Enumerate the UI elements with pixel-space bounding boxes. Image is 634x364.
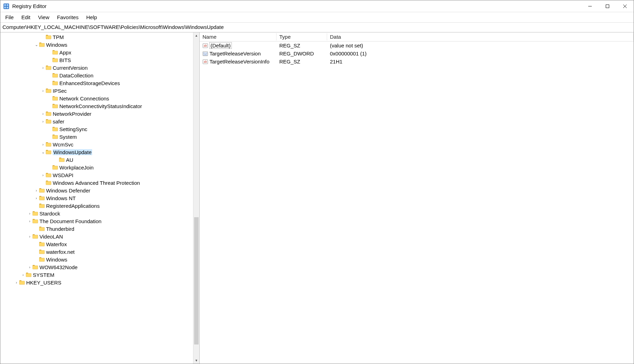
tree-item-label: AU <box>66 157 73 163</box>
tree-item-label: Windows NT <box>46 195 76 201</box>
menu-favorites[interactable]: Favorites <box>54 14 81 21</box>
tree-item[interactable]: ›WSDAPI <box>0 171 193 179</box>
tree-item-label: NetworkConnectivityStatusIndicator <box>59 103 142 109</box>
folder-icon <box>39 188 45 193</box>
tree-item-label: Waterfox <box>46 241 67 247</box>
tree-item[interactable]: Network Connections <box>0 94 193 102</box>
tree-viewport: TPM⌄WindowsAppxBITS›CurrentVersionDataCo… <box>0 32 193 364</box>
tree-item[interactable]: EnhancedStorageDevices <box>0 79 193 87</box>
tree-item[interactable]: AU <box>0 156 193 164</box>
chevron-right-icon[interactable]: › <box>40 173 46 177</box>
scroll-down-icon[interactable]: ▼ <box>193 357 199 364</box>
tree-item[interactable]: Windows Advanced Threat Protection <box>0 179 193 187</box>
tree-item[interactable]: ›Windows Defender <box>0 187 193 194</box>
tree-item-label: BITS <box>59 57 71 63</box>
close-button[interactable] <box>616 0 634 12</box>
tree-scrollbar[interactable]: ▲ ▼ <box>193 32 199 364</box>
tree-item-label: waterfox.net <box>46 249 75 255</box>
tree-item[interactable]: TPM <box>0 33 193 41</box>
svg-rect-38 <box>46 143 51 146</box>
chevron-right-icon[interactable]: › <box>40 112 46 116</box>
menu-edit[interactable]: Edit <box>19 14 33 21</box>
menu-help[interactable]: Help <box>83 14 100 21</box>
chevron-right-icon[interactable]: › <box>40 142 46 146</box>
tree-item[interactable]: ›CurrentVersion <box>0 64 193 71</box>
minimize-button[interactable] <box>581 0 599 12</box>
maximize-button[interactable] <box>599 0 616 12</box>
chevron-right-icon[interactable]: › <box>27 234 32 238</box>
tree-item[interactable]: WorkplaceJoin <box>0 164 193 171</box>
svg-rect-44 <box>53 166 58 169</box>
registry-tree[interactable]: TPM⌄WindowsAppxBITS›CurrentVersionDataCo… <box>0 32 193 286</box>
values-header[interactable]: Name Type Data <box>200 32 634 41</box>
chevron-right-icon[interactable]: › <box>40 89 46 93</box>
chevron-right-icon[interactable]: › <box>14 280 19 285</box>
value-data: 21H1 <box>327 58 634 65</box>
header-type[interactable]: Type <box>277 33 327 40</box>
tree-item[interactable]: ›The Document Foundation <box>0 217 193 225</box>
value-row[interactable]: 01101001TargetReleaseVersionREG_DWORD0x0… <box>200 50 634 58</box>
svg-text:ab: ab <box>204 44 207 47</box>
folder-icon <box>52 73 58 78</box>
scroll-thumb[interactable] <box>194 217 199 345</box>
chevron-right-icon[interactable]: › <box>40 66 46 70</box>
value-row[interactable]: ab(Default)REG_SZ(value not set) <box>200 41 634 50</box>
scroll-up-icon[interactable]: ▲ <box>193 32 199 39</box>
tree-item[interactable]: Waterfox <box>0 240 193 248</box>
string-value-icon: ab <box>202 59 208 65</box>
tree-item[interactable]: waterfox.net <box>0 248 193 256</box>
tree-item[interactable]: ›SYSTEM <box>0 271 193 279</box>
tree-item-label: The Document Foundation <box>39 218 102 224</box>
values-list[interactable]: ab(Default)REG_SZ(value not set)01101001… <box>200 41 634 364</box>
tree-item[interactable]: System <box>0 133 193 141</box>
tree-item[interactable]: DataCollection <box>0 71 193 79</box>
chevron-right-icon[interactable]: › <box>40 119 46 123</box>
tree-item[interactable]: ›VideoLAN <box>0 233 193 240</box>
header-name[interactable]: Name <box>200 33 277 40</box>
chevron-right-icon[interactable]: › <box>20 273 26 277</box>
tree-item[interactable]: ›Stardock <box>0 210 193 217</box>
folder-icon <box>46 150 51 154</box>
tree-item[interactable]: Windows <box>0 256 193 263</box>
tree-item[interactable]: Thunderbird <box>0 225 193 233</box>
tree-item[interactable]: ›safer <box>0 117 193 125</box>
scroll-track[interactable] <box>193 39 199 357</box>
regedit-icon <box>3 3 9 9</box>
chevron-right-icon[interactable]: › <box>27 211 32 215</box>
menu-file[interactable]: File <box>2 14 16 21</box>
tree-item[interactable]: ⌄Windows <box>0 41 193 48</box>
tree-item[interactable]: SettingSync <box>0 125 193 133</box>
chevron-right-icon[interactable]: › <box>27 265 32 269</box>
svg-rect-56 <box>33 212 38 215</box>
address-bar[interactable]: Computer\HKEY_LOCAL_MACHINE\SOFTWARE\Pol… <box>0 23 634 32</box>
folder-icon <box>32 234 38 239</box>
tree-item[interactable]: NetworkConnectivityStatusIndicator <box>0 102 193 110</box>
tree-item[interactable]: BITS <box>0 56 193 64</box>
tree-item-label: Network Connections <box>59 96 109 101</box>
header-data[interactable]: Data <box>327 33 634 40</box>
tree-item-label: Windows <box>46 42 67 48</box>
svg-text:1001: 1001 <box>203 54 207 56</box>
tree-item-label: Appx <box>59 50 71 55</box>
tree-item[interactable]: ›WcmSvc <box>0 141 193 148</box>
tree-item[interactable]: ›HKEY_USERS <box>0 279 193 286</box>
svg-rect-12 <box>39 43 45 47</box>
value-row[interactable]: abTargetReleaseVersionInfoREG_SZ21H1 <box>200 58 634 66</box>
chevron-right-icon[interactable]: › <box>34 196 39 200</box>
tree-item[interactable]: RegisteredApplications <box>0 202 193 210</box>
tree-item-label: System <box>59 134 77 140</box>
chevron-down-icon[interactable]: ⌄ <box>40 150 46 154</box>
chevron-right-icon[interactable]: › <box>34 188 39 192</box>
chevron-right-icon[interactable]: › <box>27 219 32 223</box>
menu-view[interactable]: View <box>35 14 52 21</box>
tree-item[interactable]: ⌄WindowsUpdate <box>0 148 193 156</box>
tree-item[interactable]: ›Windows NT <box>0 194 193 202</box>
tree-item[interactable]: ›NetworkProvider <box>0 110 193 117</box>
chevron-down-icon[interactable]: ⌄ <box>34 43 39 47</box>
folder-icon <box>39 257 45 262</box>
tree-item[interactable]: Appx <box>0 48 193 56</box>
tree-item[interactable]: ›WOW6432Node <box>0 263 193 271</box>
svg-text:ab: ab <box>204 60 207 63</box>
tree-item[interactable]: ›IPSec <box>0 87 193 94</box>
tree-item-label: Windows <box>46 257 67 263</box>
